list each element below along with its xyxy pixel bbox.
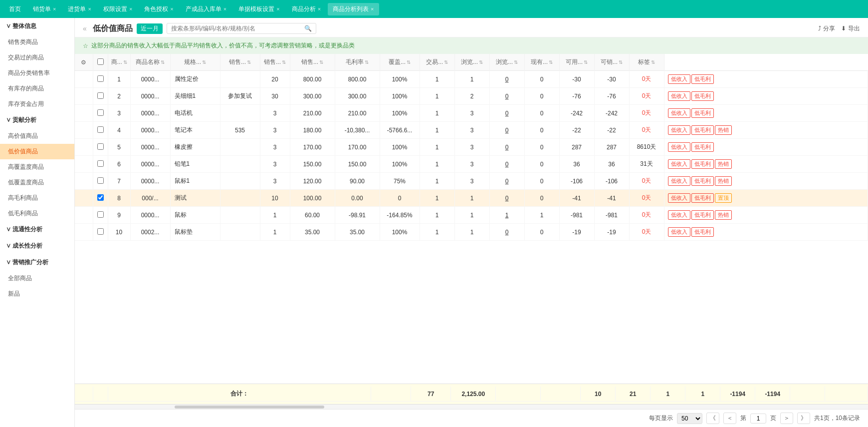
th-stock2[interactable]: 可用...⇅ — [559, 54, 594, 71]
row-v1[interactable]: 0 — [489, 139, 524, 156]
row-name[interactable]: 鼠标垫 — [170, 224, 220, 241]
row-name[interactable]: 铅笔1 — [170, 156, 220, 173]
sidebar-group-contribution-title[interactable]: ∨ 贡献分析 — [0, 112, 74, 128]
th-sales1[interactable]: 销售...⇅ — [220, 54, 260, 71]
row-select-checkbox[interactable] — [97, 75, 104, 82]
row-v1[interactable]: 0 — [489, 105, 524, 122]
horizontal-scrollbar[interactable] — [75, 404, 868, 409]
row-v1[interactable]: 0 — [489, 156, 524, 173]
nav-production[interactable]: 产成品入库单 × — [181, 3, 231, 15]
row-select-checkbox[interactable] — [97, 228, 104, 235]
sidebar-item-all-products[interactable]: 全部商品 — [0, 271, 74, 286]
sidebar-group-growth-title[interactable]: ∨ 成长性分析 — [0, 238, 74, 254]
row-gear[interactable] — [75, 156, 93, 173]
row-v1[interactable]: 0 — [489, 173, 524, 190]
th-coverage[interactable]: 覆盖...⇅ — [380, 54, 420, 71]
select-all-checkbox[interactable] — [97, 58, 104, 65]
row-select-checkbox[interactable] — [97, 211, 104, 218]
nav-product-analysis-list[interactable]: 商品分析列表 × — [328, 3, 379, 15]
row-select-checkbox[interactable] — [97, 92, 104, 99]
th-sales2[interactable]: 销售...⇅ — [260, 54, 290, 71]
search-icon[interactable]: 🔍 — [304, 25, 312, 32]
prev-page-btn[interactable]: ＜ — [723, 413, 736, 424]
row-v1[interactable]: 0 — [489, 190, 524, 207]
nav-product-analysis[interactable]: 商品分析 × — [287, 3, 326, 15]
sidebar-item-stock-capital[interactable]: 库存资金占用 — [0, 96, 74, 112]
nav-permissions-close[interactable]: × — [129, 6, 132, 12]
th-spec[interactable]: 规格...⇅ — [170, 54, 220, 71]
row-checkbox[interactable] — [93, 71, 108, 88]
row-select-checkbox[interactable] — [97, 143, 104, 150]
nav-purchase-close[interactable]: × — [88, 6, 91, 12]
th-gear[interactable]: ⚙ — [75, 54, 93, 71]
row-name[interactable]: 测试 — [170, 190, 220, 207]
next-page-btn[interactable]: ＞ — [780, 413, 793, 424]
th-checkbox[interactable] — [93, 54, 108, 71]
sidebar-group-overview-title[interactable]: ∨ 整体信息 — [0, 18, 74, 34]
row-gear[interactable] — [75, 207, 93, 224]
nav-analysis-close[interactable]: × — [318, 6, 321, 12]
row-checkbox[interactable] — [93, 139, 108, 156]
row-checkbox[interactable] — [93, 173, 108, 190]
view1-link[interactable]: 0 — [505, 161, 509, 168]
first-page-btn[interactable]: 《 — [706, 413, 719, 424]
row-v1[interactable]: 0 — [489, 122, 524, 139]
search-input[interactable] — [171, 25, 302, 32]
th-stock1[interactable]: 现有...⇅ — [524, 54, 559, 71]
view1-link[interactable]: 0 — [505, 229, 509, 236]
row-gear[interactable] — [75, 71, 93, 88]
nav-roles[interactable]: 角色授权 × — [139, 3, 178, 15]
nav-permissions[interactable]: 权限设置 × — [98, 3, 137, 15]
th-stock3[interactable]: 可销...⇅ — [594, 54, 629, 71]
th-margin[interactable]: 毛利率⇅ — [335, 54, 380, 71]
view1-link[interactable]: 1 — [505, 212, 509, 219]
nav-template-close[interactable]: × — [276, 6, 279, 12]
view1-link[interactable]: 0 — [505, 178, 509, 185]
nav-sales-close[interactable]: × — [53, 6, 56, 12]
period-badge[interactable]: 近一月 — [137, 23, 163, 34]
row-select-checkbox[interactable] — [97, 194, 104, 201]
sidebar-item-stocked-products[interactable]: 有库存的商品 — [0, 81, 74, 96]
row-checkbox[interactable] — [93, 122, 108, 139]
nav-roles-close[interactable]: × — [170, 6, 173, 12]
nav-home[interactable]: 首页 — [4, 3, 26, 15]
nav-production-close[interactable]: × — [223, 6, 226, 12]
row-v1[interactable]: 0 — [489, 88, 524, 105]
view1-link[interactable]: 0 — [505, 76, 509, 83]
row-checkbox[interactable] — [93, 207, 108, 224]
sidebar-item-high-value[interactable]: 高价值商品 — [0, 128, 74, 144]
row-gear[interactable] — [75, 88, 93, 105]
last-page-btn[interactable]: 》 — [797, 413, 810, 424]
view1-link[interactable]: 0 — [505, 144, 509, 151]
sidebar-item-traded-products[interactable]: 交易过的商品 — [0, 50, 74, 65]
row-checkbox[interactable] — [93, 224, 108, 241]
row-name[interactable]: 鼠标1 — [170, 173, 220, 190]
nav-analysis-list-close[interactable]: × — [371, 6, 374, 12]
nav-purchase[interactable]: 进货单 × — [63, 3, 96, 15]
nav-sales[interactable]: 销货单 × — [28, 3, 61, 15]
th-sales3[interactable]: 销售...⇅ — [290, 54, 335, 71]
th-tags[interactable]: 标签⇅ — [629, 54, 664, 71]
row-select-checkbox[interactable] — [97, 109, 104, 116]
row-v1[interactable]: 0 — [489, 71, 524, 88]
row-select-checkbox[interactable] — [97, 177, 104, 184]
row-checkbox[interactable] — [93, 105, 108, 122]
row-gear[interactable] — [75, 139, 93, 156]
row-name[interactable]: 笔记本 — [170, 122, 220, 139]
sidebar-item-low-value[interactable]: 低价值商品 — [0, 144, 74, 159]
row-checkbox[interactable] — [93, 190, 108, 207]
row-gear[interactable] — [75, 190, 93, 207]
row-name[interactable]: 橡皮擦 — [170, 139, 220, 156]
th-view1[interactable]: 浏览...⇅ — [454, 54, 489, 71]
row-name[interactable]: 电话机 — [170, 105, 220, 122]
th-code[interactable]: 商...⇅ — [108, 54, 130, 71]
row-checkbox[interactable] — [93, 88, 108, 105]
sidebar-item-new-products[interactable]: 新品 — [0, 286, 74, 302]
search-box[interactable]: 🔍 — [167, 23, 316, 34]
sidebar-group-marketing-title[interactable]: ∨ 营销推广分析 — [0, 254, 74, 271]
sidebar-item-sales-products[interactable]: 销售类商品 — [0, 34, 74, 50]
view1-link[interactable]: 0 — [505, 93, 509, 100]
row-gear[interactable] — [75, 173, 93, 190]
sidebar-item-category-sales-rate[interactable]: 商品分类销售率 — [0, 65, 74, 81]
sidebar-item-low-coverage[interactable]: 低覆盖度商品 — [0, 175, 74, 190]
